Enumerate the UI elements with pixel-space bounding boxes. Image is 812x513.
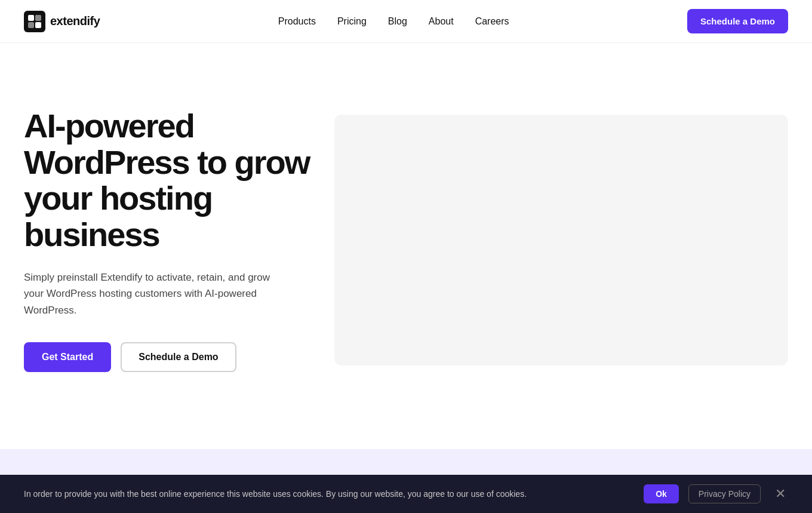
- navbar: extendify Products Pricing Blog About Ca…: [0, 0, 812, 43]
- cookie-close-button[interactable]: ✕: [773, 487, 788, 500]
- cookie-text: In order to provide you with the best on…: [24, 489, 632, 499]
- brand-name: extendify: [50, 14, 100, 28]
- nav-menu: Products Pricing Blog About Careers: [278, 16, 509, 27]
- svg-rect-4: [35, 22, 41, 28]
- logo[interactable]: extendify: [24, 11, 100, 32]
- extendify-logo-icon: [24, 11, 45, 32]
- hero-text: AI-powered WordPress to grow your hostin…: [24, 108, 310, 371]
- hero-headline: AI-powered WordPress to grow your hostin…: [24, 108, 310, 253]
- nav-schedule-demo-button[interactable]: Schedule a Demo: [687, 9, 788, 33]
- hero-image: Hostlogo What are your goals? We'll make…: [334, 115, 788, 365]
- svg-rect-0: [24, 11, 45, 32]
- hero-subheadline: Simply preinstall Extendify to activate,…: [24, 269, 275, 318]
- nav-item-pricing[interactable]: Pricing: [337, 16, 367, 27]
- nav-item-blog[interactable]: Blog: [388, 16, 407, 27]
- hero-cta-group: Get Started Schedule a Demo: [24, 342, 310, 372]
- nav-item-about[interactable]: About: [429, 16, 454, 27]
- svg-rect-1: [28, 15, 34, 21]
- get-started-button[interactable]: Get Started: [24, 342, 111, 372]
- svg-rect-3: [28, 22, 34, 28]
- hero-section: AI-powered WordPress to grow your hostin…: [0, 43, 812, 449]
- cookie-privacy-button[interactable]: Privacy Policy: [688, 484, 761, 503]
- nav-item-careers[interactable]: Careers: [475, 16, 509, 27]
- schedule-demo-button[interactable]: Schedule a Demo: [121, 342, 236, 372]
- cookie-banner: In order to provide you with the best on…: [0, 475, 812, 513]
- cookie-ok-button[interactable]: Ok: [644, 484, 679, 503]
- cookie-actions: Ok Privacy Policy: [644, 484, 761, 503]
- svg-rect-2: [35, 15, 41, 21]
- nav-item-products[interactable]: Products: [278, 16, 316, 27]
